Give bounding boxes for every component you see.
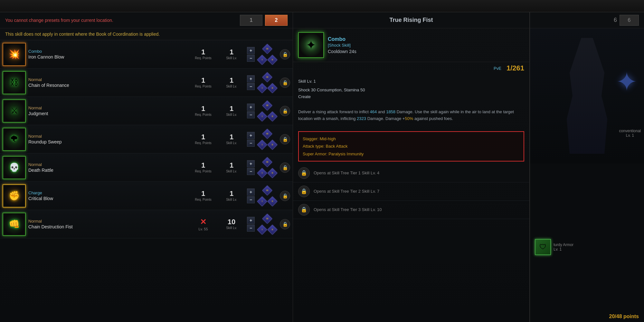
- tier-lock-2: 🔒 Opens at Skill Tree Tier 2 Skill Lv. 7: [293, 182, 529, 201]
- damage-3: 2323: [357, 116, 366, 121]
- skill-row[interactable]: 💀 Normal Death Rattle 1 Req. Points 1 Sk…: [0, 153, 293, 182]
- minus-btn[interactable]: −: [247, 196, 255, 203]
- skill-lv-value: 1: [230, 105, 233, 112]
- right-top-btn[interactable]: 6: [620, 15, 639, 26]
- plus-minus[interactable]: + −: [247, 75, 255, 90]
- tier-lock-text-1: Opens at Skill Tree Tier 1 Skill Lv. 4: [314, 170, 379, 175]
- skill-name: Critical Blow: [28, 196, 188, 201]
- lock-btn[interactable]: 🔒: [280, 162, 290, 173]
- plus-btn[interactable]: +: [247, 189, 255, 196]
- minus-btn[interactable]: −: [247, 168, 255, 175]
- skill-row[interactable]: 👊 Normal Chain Destruction Fist ✕ Lv. 55…: [0, 210, 293, 238]
- skill-name: Chain Destruction Fist: [28, 224, 188, 229]
- skill-desc-text: Deliver a rising attack forward to infli…: [298, 109, 524, 122]
- conventional-label: conventional: [619, 129, 641, 133]
- top-bar: [0, 0, 644, 12]
- skill-row[interactable]: ⚔ Normal Judgment 1 Req. Points 1 Skill …: [0, 97, 293, 125]
- preset-btn-2[interactable]: 2: [265, 15, 288, 26]
- plus-minus[interactable]: + −: [247, 189, 255, 203]
- gem-tier2: II: [268, 83, 277, 93]
- plus-btn[interactable]: +: [247, 160, 255, 167]
- gem-tier2: II: [268, 55, 277, 65]
- skill-panel: You cannot change presets from your curr…: [0, 12, 293, 322]
- damage-1: 464: [370, 109, 377, 114]
- skill-desc-lv: Skill Lv. 1: [298, 78, 524, 85]
- skill-req-points: 1 Req. Points: [190, 77, 216, 88]
- skill-req-points: 1 Req. Points: [190, 190, 216, 201]
- tier-lock-text-2: Opens at Skill Tree Tier 2 Skill Lv. 7: [314, 189, 379, 194]
- lock-btn[interactable]: 🔒: [280, 49, 290, 60]
- gem-section: III I II: [257, 214, 277, 235]
- skill-req-points: 1 Req. Points: [190, 49, 216, 60]
- selected-skill-icon: ✦: [298, 32, 324, 58]
- desc-text-1: Deliver a rising attack forward to infli…: [298, 109, 370, 114]
- gem-section: III I II: [257, 72, 277, 93]
- skill-name: Roundup Sweep: [28, 139, 188, 144]
- skill-row[interactable]: ✊ Charge Critical Blow 1 Req. Points 1 S…: [0, 182, 293, 210]
- plus-btn[interactable]: +: [247, 217, 255, 224]
- plus-minus[interactable]: + −: [247, 47, 255, 62]
- skill-icon: ✊: [3, 184, 26, 207]
- plus-minus[interactable]: + −: [247, 217, 255, 232]
- lock-btn[interactable]: 🔒: [280, 78, 290, 88]
- gem-tier1: I: [257, 197, 267, 206]
- damage-2: 1858: [386, 109, 395, 114]
- plus-btn[interactable]: +: [247, 132, 255, 139]
- gem-tier3: III: [262, 44, 272, 54]
- lock-btn[interactable]: 🔒: [280, 106, 290, 116]
- points-counter: 1/261: [507, 64, 524, 72]
- selected-skill-details: Combo [Shock Skill] Cooldown 24s: [328, 36, 524, 54]
- minus-btn[interactable]: −: [247, 225, 255, 232]
- skill-row[interactable]: 🌪 Normal Roundup Sweep 1 Req. Points 1 S…: [0, 125, 293, 153]
- skill-lv-label: Skill Lv.: [226, 56, 237, 60]
- gem-section: III I II: [257, 44, 277, 65]
- selected-skill-cd: Cooldown 24s: [328, 49, 524, 54]
- skill-list: 💥 Combo Iron Cannon Blow 1 Req. Points 1…: [0, 40, 293, 238]
- skill-info: Normal Chain Destruction Fist: [28, 219, 188, 229]
- gem-tier3: III: [262, 214, 272, 224]
- gem-tier1: I: [257, 225, 267, 235]
- attack-type-line: Attack type: Back Attack: [303, 143, 520, 150]
- plus-minus[interactable]: + −: [247, 160, 255, 175]
- skill-lv: 1 Skill Lv.: [219, 77, 244, 88]
- gem-tier1: I: [257, 83, 267, 93]
- skill-icon: ⛓: [3, 71, 26, 94]
- plus-minus[interactable]: + −: [247, 104, 255, 118]
- skill-description: Skill Lv. 1 Shock 30 Consumption, Stamin…: [293, 74, 529, 129]
- skill-lv-label: Skill Lv.: [226, 226, 237, 230]
- gem-section: III I II: [257, 186, 277, 206]
- skill-type: Normal: [28, 134, 188, 139]
- lock-btn[interactable]: 🔒: [280, 191, 290, 201]
- skill-lv: 1 Skill Lv.: [219, 49, 244, 60]
- right-panel: 6 6 ✦ conventional Lv. 1 🛡 turdy Armor L…: [530, 12, 644, 322]
- skill-lv-label: Skill Lv.: [226, 170, 237, 173]
- sturdy-armor-label: turdy Armor: [554, 243, 573, 247]
- sturdy-armor-lv: Lv. 1: [554, 247, 573, 252]
- minus-btn[interactable]: −: [247, 55, 255, 62]
- plus-minus[interactable]: + −: [247, 132, 255, 147]
- plus-btn[interactable]: +: [247, 104, 255, 111]
- req-points-value: 1: [201, 190, 205, 197]
- skill-info: Combo Iron Cannon Blow: [28, 49, 188, 60]
- skill-row[interactable]: ⛓ Normal Chain of Resonance 1 Req. Point…: [0, 69, 293, 97]
- selected-skill-tag: [Shock Skill]: [328, 43, 524, 48]
- preset-btn-1[interactable]: 1: [240, 15, 262, 26]
- lock-btn[interactable]: 🔒: [280, 134, 290, 144]
- conventional-lv: Lv. 1: [619, 133, 641, 138]
- minus-btn[interactable]: −: [247, 83, 255, 90]
- damage-4: 50%: [405, 116, 413, 121]
- lock-btn[interactable]: 🔒: [280, 219, 290, 229]
- skill-info: Normal Roundup Sweep: [28, 134, 188, 144]
- plus-btn[interactable]: +: [247, 47, 255, 54]
- skill-req-points: 1 Req. Points: [190, 105, 216, 116]
- minus-btn[interactable]: −: [247, 140, 255, 147]
- detail-title: True Rising Fist: [389, 17, 433, 23]
- stagger-line: Stagger: Mid-high: [303, 135, 520, 143]
- skill-info: Normal Death Rattle: [28, 162, 188, 173]
- plus-btn[interactable]: +: [247, 75, 255, 82]
- preset-bar: You cannot change presets from your curr…: [0, 12, 293, 28]
- skill-lv: 1 Skill Lv.: [219, 133, 244, 145]
- skill-row[interactable]: 💥 Combo Iron Cannon Blow 1 Req. Points 1…: [0, 40, 293, 69]
- minus-btn[interactable]: −: [247, 111, 255, 118]
- bottom-points: 20/48 points: [609, 314, 639, 319]
